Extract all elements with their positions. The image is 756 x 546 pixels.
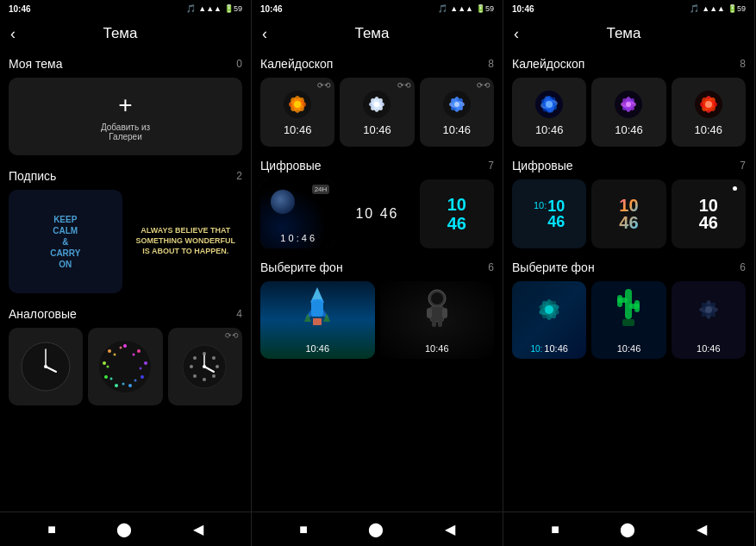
nav-square-3[interactable]: ■ [551, 522, 559, 537]
p2-digital-header: Цифровые 7 [260, 159, 494, 173]
white-dot [733, 186, 737, 191]
toggle-1: ⟳⟲ [317, 81, 331, 90]
p2-kaleido-time-2: 10:46 [363, 123, 391, 136]
p3-bg-time-prefix: 10: [530, 344, 542, 354]
p3-bg-time-3: 10:46 [697, 343, 721, 354]
p3-white-stack: 10 46 [699, 197, 718, 231]
keep-calm-tile[interactable]: KEEPCALM&CARRYON [9, 190, 122, 293]
p2-kaleido-tile-3[interactable]: ⟳⟲ 10:46 [420, 78, 494, 147]
nav-circle-2[interactable]: ⬤ [368, 521, 384, 537]
analog-tiles: ⟳⟲ [9, 328, 242, 405]
p3-bg-tile-1[interactable]: 10: 10:46 [512, 281, 586, 359]
p2-bg-tile-2[interactable]: 10:46 [380, 281, 495, 359]
p3-kaleido-tile-1[interactable]: 10:46 [512, 78, 586, 147]
my-theme-label: Моя тема [9, 57, 63, 71]
panel-3: 10:46 🎵 ▲▲▲ 🔋59 ‹ Тема Калейдоскоп 8 [503, 0, 755, 546]
flower-white-svg [361, 89, 392, 120]
p2-kaleido-tiles: ⟳⟲ 10:46 ⟳⟲ [260, 78, 494, 147]
p3-digital-count: 7 [740, 160, 746, 172]
p2-digital-time-2: 10 46 [355, 206, 398, 222]
p2-kaleido-tile-1[interactable]: ⟳⟲ 10:46 [260, 78, 334, 147]
svg-point-11 [104, 375, 108, 379]
p3-kaleido-tile-3[interactable]: 10:46 [672, 78, 746, 147]
toggle-2: ⟳⟲ [397, 81, 411, 90]
p3-kaleido-tile-2[interactable]: 10:46 [591, 78, 665, 147]
p3-bg-tile-3[interactable]: 10:46 [672, 281, 746, 359]
p2-bg-count: 6 [488, 261, 494, 273]
p2-digital-tile-2[interactable]: 10 46 [340, 179, 414, 248]
p2-bg-label: Выберите фон [260, 260, 343, 274]
p3-digital-tile-2[interactable]: 10 46 [591, 179, 665, 248]
panel-1-content: Моя тема 0 + Добавить изГалереи Подпись … [0, 50, 251, 511]
p2-digital-tile-1[interactable]: 24H 1 0 : 4 6 [260, 179, 334, 248]
p3-kaleido-label: Калейдоскоп [512, 57, 584, 71]
svg-point-33 [203, 365, 206, 368]
header-2: ‹ Тема [252, 17, 503, 50]
subscription-tiles: KEEPCALM&CARRYON ALWAYS BELIEVE THAT SOM… [9, 190, 242, 293]
p3-kaleido-header: Калейдоскоп 8 [512, 57, 746, 71]
svg-point-6 [137, 349, 141, 353]
analog-tile-1[interactable] [9, 328, 83, 405]
nav-circle-3[interactable]: ⬤ [620, 521, 635, 537]
svg-point-78 [626, 102, 631, 107]
p2-digital-count: 7 [488, 160, 494, 172]
p3-bg-tile-2[interactable]: 10:46 [591, 281, 665, 359]
nav-square-2[interactable]: ■ [299, 522, 308, 537]
p2-kaleido-tile-2[interactable]: ⟳⟲ 10:46 [340, 78, 414, 147]
add-from-gallery-button[interactable]: + Добавить изГалереи [9, 78, 242, 155]
teal-flower-svg [528, 288, 571, 331]
nav-circle-1[interactable]: ⬤ [116, 521, 132, 537]
svg-rect-56 [313, 318, 322, 325]
subscription-label: Подпись [9, 169, 56, 183]
my-theme-count: 0 [236, 58, 242, 70]
status-bar-2: 10:46 🎵 ▲▲▲ 🔋59 [252, 0, 503, 17]
svg-point-16 [139, 367, 141, 369]
nav-triangle-3[interactable]: ◀ [697, 521, 707, 537]
p2-bg-time-1: 10:46 [305, 343, 329, 354]
p2-bg-tile-1[interactable]: 10:46 [260, 281, 375, 359]
nav-square-1[interactable]: ■ [47, 522, 56, 537]
status-time-1: 10:46 [9, 4, 31, 14]
svg-point-28 [193, 374, 197, 378]
p3-digital-tile-1[interactable]: 10: 10 46 [512, 179, 586, 248]
nav-triangle-1[interactable]: ◀ [193, 521, 203, 537]
p3-digital-tile-3[interactable]: 10 46 [672, 179, 746, 248]
p3-kaleido-time-1: 10:46 [535, 123, 564, 136]
analog-tile-2[interactable] [88, 328, 162, 405]
planet-circle [271, 190, 295, 214]
p2-bg-tiles: 10:46 10:46 [260, 281, 494, 359]
status-icons-2: 🎵 ▲▲▲ 🔋59 [438, 4, 494, 13]
p2-digital-tile-3[interactable]: 10 46 [420, 179, 494, 248]
analog-clock-svg-1 [20, 341, 72, 392]
back-button-1[interactable]: ‹ [10, 25, 16, 43]
svg-point-51 [454, 102, 459, 107]
back-button-3[interactable]: ‹ [514, 25, 519, 43]
svg-point-72 [546, 101, 553, 108]
believe-tile[interactable]: ALWAYS BELIEVE THAT SOMETHING WONDERFUL … [129, 190, 243, 293]
planet-bg: 24H 1 0 : 4 6 [260, 179, 334, 248]
back-button-2[interactable]: ‹ [262, 25, 267, 43]
analog-count: 4 [236, 308, 242, 320]
p3-mins: 46 [547, 214, 565, 229]
toggle-icon-3: ⟳⟲ [225, 331, 239, 340]
svg-point-12 [103, 361, 106, 365]
status-icons-1: 🎵 ▲▲▲ 🔋59 [186, 4, 242, 13]
believe-text: ALWAYS BELIEVE THAT SOMETHING WONDERFUL … [129, 190, 243, 293]
svg-rect-65 [438, 320, 442, 327]
svg-point-30 [193, 356, 197, 360]
p3-hours: 10 [547, 198, 565, 214]
svg-point-20 [106, 365, 109, 367]
flower-blue-svg [441, 89, 472, 120]
svg-point-8 [141, 375, 144, 379]
nav-triangle-2[interactable]: ◀ [445, 521, 455, 537]
status-bar-1: 10:46 🎵 ▲▲▲ 🔋59 [0, 0, 251, 17]
flower-purple-svg [613, 89, 644, 120]
p2-kaleido-time-1: 10:46 [284, 123, 312, 136]
svg-rect-62 [427, 308, 432, 318]
analog-tile-3[interactable]: ⟳⟲ [168, 328, 242, 405]
p3-gradient-stack: 10 46 [619, 197, 638, 231]
p3-kaleido-time-2: 10:46 [615, 123, 643, 136]
svg-point-26 [212, 374, 216, 378]
svg-point-90 [545, 305, 553, 314]
p3-gradient-mins: 46 [619, 214, 638, 231]
